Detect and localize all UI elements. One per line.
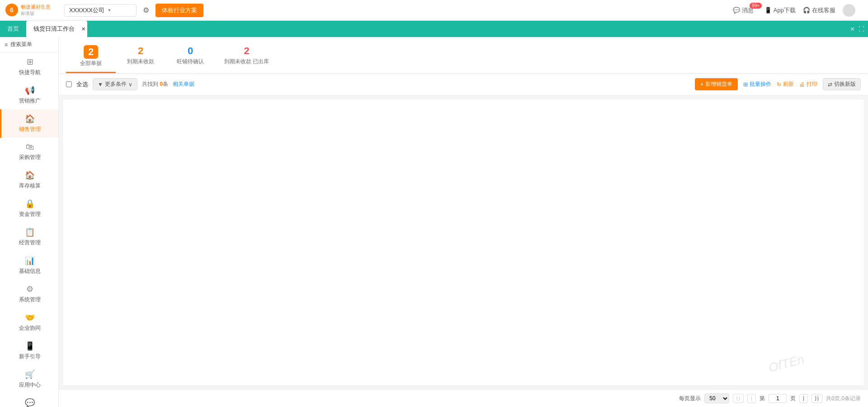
inventory-icon: 🏠 xyxy=(25,170,35,180)
tab-home-label: 首页 xyxy=(7,25,19,33)
page-prefix: 第 xyxy=(760,395,765,402)
restore-icon[interactable]: ✕ xyxy=(850,26,855,33)
base-info-icon: 📊 xyxy=(25,256,35,266)
per-page-label: 每页显示 xyxy=(679,395,701,402)
app-download-label: App下载 xyxy=(774,6,796,14)
select-all-label: 全选 xyxy=(76,80,88,89)
company-name: XXXXXX公司 xyxy=(69,6,104,14)
sidebar-item-system[interactable]: ⚙ 系统管理 xyxy=(0,280,58,308)
stat-label-overdue: 到期未收款 xyxy=(127,58,154,65)
batch-operation-button[interactable]: ⊞ 批量操作 xyxy=(743,80,771,88)
logo-area: 6 畅捷通好生意 标准版 xyxy=(5,4,64,16)
avatar[interactable] xyxy=(843,4,855,17)
stat-tab-pending[interactable]: 0 旺铺待确认 xyxy=(165,42,215,73)
print-label: 打印 xyxy=(807,80,817,88)
wechat-icon: 💬 xyxy=(25,398,35,407)
sidebar-item-cooperation[interactable]: 🤝 企业协同 xyxy=(0,308,58,337)
sidebar-label-inventory: 库存核算 xyxy=(19,182,41,190)
refresh-button[interactable]: ↻ 刷新 xyxy=(777,80,794,88)
prev-page-button[interactable]: ⟨ xyxy=(747,394,756,403)
sidebar-label-finance: 资金管理 xyxy=(19,211,41,218)
sidebar-item-marketing[interactable]: 📢 营销推广 xyxy=(0,81,58,109)
app-download-button[interactable]: 📱 App下载 xyxy=(764,6,796,14)
search-menu[interactable]: ≡ 搜索菜单 xyxy=(0,37,58,52)
sidebar-item-inventory[interactable]: 🏠 库存核算 xyxy=(0,166,58,194)
content-area: 2 全部单据 2 到期未收款 0 旺铺待确认 2 到期未收款 已出库 全选 xyxy=(59,37,868,407)
top-header: 6 畅捷通好生意 标准版 XXXXXX公司 ▼ ⚙ 体验行业方案 💬 消息 99… xyxy=(0,0,868,21)
pagination: 每页显示 50 100 200 ⟨⟨ ⟨ 第 页 ⟩ ⟩⟩ 共0页,0条记录 xyxy=(59,389,868,407)
sidebar-item-app-center[interactable]: 🛒 应用中心 xyxy=(0,365,58,393)
add-label: 新增销货单 xyxy=(705,80,732,88)
page-suffix: 页 xyxy=(790,395,796,402)
logo-icon: 6 xyxy=(5,4,18,16)
online-service-button[interactable]: 🎧 在线客服 xyxy=(803,6,835,14)
chevron-down-icon: ▼ xyxy=(107,8,112,13)
stat-label-pending: 旺铺待确认 xyxy=(177,58,204,65)
tab-home[interactable]: 首页 xyxy=(0,21,26,37)
toolbar-right: + 新增销货单 ⊞ 批量操作 ↻ 刷新 🖨 打印 ⇄ 切换新版 xyxy=(695,78,861,90)
header-right: 💬 消息 99+ 📱 App下载 🎧 在线客服 xyxy=(733,4,863,17)
add-sales-order-button[interactable]: + 新增销货单 xyxy=(695,78,738,90)
online-service-label: 在线客服 xyxy=(812,6,835,14)
download-icon: 📱 xyxy=(764,7,772,14)
sidebar-label-purchase: 采购管理 xyxy=(19,154,41,161)
sidebar-item-base-info[interactable]: 📊 基础信息 xyxy=(0,251,58,280)
last-page-button[interactable]: ⟩⟩ xyxy=(811,394,822,403)
notification-button[interactable]: 💬 消息 99+ xyxy=(733,6,757,14)
filter-button[interactable]: ▼ 更多条件 ∨ xyxy=(93,78,137,90)
stat-label-all: 全部单据 xyxy=(80,60,102,67)
stats-tabs: 2 全部单据 2 到期未收款 0 旺铺待确认 2 到期未收款 已出库 xyxy=(59,37,868,74)
stat-number-outstock: 2 xyxy=(244,45,250,57)
switch-version-button[interactable]: ⇄ 切换新版 xyxy=(823,78,861,90)
switch-icon: ⇄ xyxy=(828,81,832,88)
sidebar-item-sales[interactable]: 🏠 销售管理 xyxy=(0,109,58,138)
cooperation-icon: 🤝 xyxy=(25,313,35,323)
nav-tabs-controls: ✕ ⛶ xyxy=(850,26,868,33)
sidebar-label-operations: 经营管理 xyxy=(19,239,41,247)
company-selector[interactable]: XXXXXX公司 ▼ xyxy=(64,4,137,17)
plus-icon: + xyxy=(700,81,703,88)
sidebar-item-wechat[interactable]: 💬 企业微信 xyxy=(0,393,58,407)
stat-tab-all[interactable]: 2 全部单据 xyxy=(66,42,116,73)
toolbar: 全选 ▼ 更多条件 ∨ 共找到 0条 相关单据 + 新增销货单 ⊞ 批 xyxy=(59,74,868,95)
bell-icon: 💬 xyxy=(733,7,740,14)
main-layout: ≡ 搜索菜单 ⊞ 快捷导航 📢 营销推广 🏠 销售管理 🛍 采购管理 🏠 库存核… xyxy=(0,37,868,407)
sidebar-item-finance[interactable]: 🔒 资金管理 xyxy=(0,194,58,223)
filter-icon: ▼ xyxy=(98,81,103,88)
first-page-button[interactable]: ⟨⟨ xyxy=(733,394,744,403)
search-icon: ≡ xyxy=(5,42,8,48)
sidebar-item-guide[interactable]: 📱 新手引导 xyxy=(0,337,58,365)
logo-text: 畅捷通好生意 标准版 xyxy=(21,4,51,16)
sidebar-label-cooperation: 企业协同 xyxy=(19,324,41,332)
close-tab-icon[interactable]: ✕ xyxy=(81,26,85,32)
sidebar-item-purchase[interactable]: 🛍 采购管理 xyxy=(0,138,58,166)
sidebar: ≡ 搜索菜单 ⊞ 快捷导航 📢 营销推广 🏠 销售管理 🛍 采购管理 🏠 库存核… xyxy=(0,37,59,407)
print-button[interactable]: 🖨 打印 xyxy=(799,80,817,88)
tab-workbench[interactable]: 钱货日清工作台 ✕ xyxy=(26,21,87,37)
service-icon: 🎧 xyxy=(803,7,810,14)
system-icon: ⚙ xyxy=(26,284,33,294)
maximize-icon[interactable]: ⛶ xyxy=(859,26,864,33)
stat-number-pending: 0 xyxy=(188,45,193,57)
purchase-icon: 🛍 xyxy=(26,142,34,152)
stat-number-all: 2 xyxy=(84,45,98,59)
sidebar-item-operations[interactable]: 📋 经营管理 xyxy=(0,223,58,251)
sidebar-label-guide: 新手引导 xyxy=(19,353,41,360)
next-page-button[interactable]: ⟩ xyxy=(799,394,808,403)
operations-icon: 📋 xyxy=(25,227,35,237)
quick-nav-icon: ⊞ xyxy=(27,57,33,67)
trial-button[interactable]: 体验行业方案 xyxy=(156,4,203,17)
related-documents-link[interactable]: 相关单据 xyxy=(173,80,194,88)
chevron-filter-icon: ∨ xyxy=(128,81,132,88)
stat-tab-outstock[interactable]: 2 到期未收款 已出库 xyxy=(215,42,278,73)
select-all-checkbox[interactable] xyxy=(66,81,72,87)
sidebar-item-quick-nav[interactable]: ⊞ 快捷导航 xyxy=(0,52,58,81)
sidebar-label-base-info: 基础信息 xyxy=(19,267,41,275)
stat-tab-overdue[interactable]: 2 到期未收款 xyxy=(116,42,165,73)
settings-icon[interactable]: ⚙ xyxy=(141,4,151,16)
tab-workbench-label: 钱货日清工作台 xyxy=(33,25,75,33)
notification-badge: 99+ xyxy=(750,3,762,9)
batch-label: 批量操作 xyxy=(750,80,771,88)
per-page-select[interactable]: 50 100 200 xyxy=(704,393,729,403)
page-number-input[interactable] xyxy=(769,394,787,403)
